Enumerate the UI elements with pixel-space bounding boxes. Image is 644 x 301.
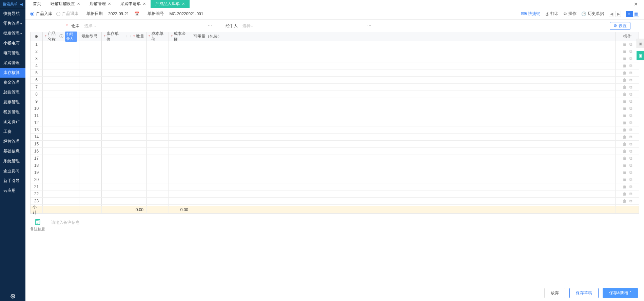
cell-spec[interactable]	[79, 148, 102, 155]
cell-avail[interactable]	[191, 112, 616, 119]
close-icon[interactable]: ✕	[77, 2, 80, 6]
cell-price[interactable]	[147, 155, 169, 162]
cell-unit[interactable]	[102, 77, 124, 83]
cell-price[interactable]	[147, 77, 169, 83]
cell-qty[interactable]	[124, 119, 147, 126]
delete-icon[interactable]: 🗑	[623, 63, 627, 68]
copy-icon[interactable]: ⧉	[629, 49, 632, 54]
copy-icon[interactable]: ⧉	[629, 163, 632, 168]
table-row[interactable]: 1🗑⧉	[31, 41, 639, 48]
copy-icon[interactable]: ⧉	[629, 106, 632, 111]
cell-unit[interactable]	[102, 69, 124, 76]
copy-icon[interactable]: ⧉	[629, 156, 632, 161]
sidebar-item-12[interactable]: 工资	[0, 127, 25, 137]
cell-name[interactable]	[43, 69, 79, 76]
radio-product-in[interactable]: 产品入库	[30, 11, 52, 17]
copy-icon[interactable]: ⧉	[629, 120, 632, 125]
cell-name[interactable]	[43, 183, 79, 190]
cell-spec[interactable]	[79, 155, 102, 162]
cell-avail[interactable]	[191, 69, 616, 76]
table-row[interactable]: 12🗑⧉	[31, 119, 639, 126]
cell-unit[interactable]	[102, 91, 124, 98]
table-row[interactable]: 21🗑⧉	[31, 183, 639, 190]
cell-avail[interactable]	[191, 98, 616, 105]
col-amount[interactable]: ⋮⋮ * 成本金额	[169, 32, 191, 41]
cell-unit[interactable]	[102, 55, 124, 62]
cell-unit[interactable]	[102, 148, 124, 155]
table-row[interactable]: 24🗑⧉	[31, 205, 639, 206]
cell-avail[interactable]	[191, 77, 616, 83]
cell-qty[interactable]	[124, 55, 147, 62]
cell-unit[interactable]	[102, 98, 124, 105]
cell-amount[interactable]	[169, 41, 191, 48]
sidebar-item-16[interactable]: 企业协同	[0, 166, 25, 176]
cell-price[interactable]	[147, 69, 169, 76]
close-icon[interactable]: ✕	[182, 2, 185, 6]
cell-amount[interactable]	[169, 126, 191, 133]
handler-picker-icon[interactable]: ⋯	[367, 23, 371, 28]
cell-name[interactable]	[43, 84, 79, 91]
copy-icon[interactable]: ⧉	[629, 170, 632, 175]
table-row[interactable]: 16🗑⧉	[31, 148, 639, 155]
cell-qty[interactable]	[124, 84, 147, 91]
cell-price[interactable]	[147, 190, 169, 197]
cell-amount[interactable]	[169, 198, 191, 204]
copy-icon[interactable]: ⧉	[629, 192, 632, 196]
cell-price[interactable]	[147, 98, 169, 105]
cell-name[interactable]	[43, 176, 79, 183]
table-row[interactable]: 6🗑⧉	[31, 77, 639, 84]
cell-avail[interactable]	[191, 183, 616, 190]
cell-qty[interactable]	[124, 162, 147, 169]
cell-spec[interactable]	[79, 48, 102, 55]
cell-name[interactable]	[43, 141, 79, 147]
cell-qty[interactable]	[124, 141, 147, 147]
copy-icon[interactable]: ⧉	[629, 85, 632, 89]
cell-name[interactable]	[43, 55, 79, 62]
tab-0[interactable]: 首页	[28, 0, 46, 8]
print-button[interactable]: 🖨 打印	[545, 11, 559, 17]
tab-2[interactable]: 店铺管理✕	[85, 0, 116, 8]
copy-icon[interactable]: ⧉	[629, 113, 632, 118]
cell-name[interactable]	[43, 77, 79, 83]
sidebar-item-14[interactable]: 基础信息	[0, 146, 25, 156]
cell-amount[interactable]	[169, 77, 191, 83]
delete-icon[interactable]: 🗑	[623, 99, 627, 104]
remark-input[interactable]: 请输入备注信息	[51, 218, 485, 227]
window-close[interactable]: ✕	[629, 0, 643, 8]
cell-spec[interactable]	[79, 105, 102, 112]
cell-name[interactable]	[43, 155, 79, 162]
table-row[interactable]: 20🗑⧉	[31, 176, 639, 183]
delete-icon[interactable]: 🗑	[623, 120, 627, 125]
copy-icon[interactable]: ⧉	[629, 177, 632, 182]
history-button[interactable]: 🕑 历史单据	[581, 11, 604, 17]
cell-amount[interactable]	[169, 69, 191, 76]
cell-price[interactable]	[147, 126, 169, 133]
cell-spec[interactable]	[79, 98, 102, 105]
copy-icon[interactable]: ⧉	[629, 184, 632, 189]
cell-amount[interactable]	[169, 190, 191, 197]
cell-price[interactable]	[147, 183, 169, 190]
cell-amount[interactable]	[169, 62, 191, 69]
copy-icon[interactable]: ⧉	[629, 199, 632, 203]
cell-spec[interactable]	[79, 77, 102, 83]
cell-amount[interactable]	[169, 91, 191, 98]
tab-3[interactable]: 采购申请单✕	[116, 0, 151, 8]
cell-amount[interactable]	[169, 183, 191, 190]
copy-icon[interactable]: ⧉	[629, 149, 632, 154]
table-row[interactable]: 10🗑⧉	[31, 105, 639, 112]
cell-amount[interactable]	[169, 148, 191, 155]
cell-avail[interactable]	[191, 155, 616, 162]
scan-badge[interactable]: 扫码录入	[65, 32, 77, 42]
cell-amount[interactable]	[169, 134, 191, 140]
cell-price[interactable]	[147, 112, 169, 119]
cell-qty[interactable]	[124, 190, 147, 197]
delete-icon[interactable]: 🗑	[623, 49, 627, 54]
cell-amount[interactable]	[169, 48, 191, 55]
delete-icon[interactable]: 🗑	[623, 135, 627, 139]
cell-unit[interactable]	[102, 48, 124, 55]
copy-icon[interactable]: ⧉	[629, 127, 632, 132]
cell-price[interactable]	[147, 84, 169, 91]
copy-icon[interactable]: ⧉	[629, 63, 632, 68]
table-row[interactable]: 18🗑⧉	[31, 162, 639, 169]
sidebar-item-6[interactable]: 库存核算	[0, 68, 25, 78]
